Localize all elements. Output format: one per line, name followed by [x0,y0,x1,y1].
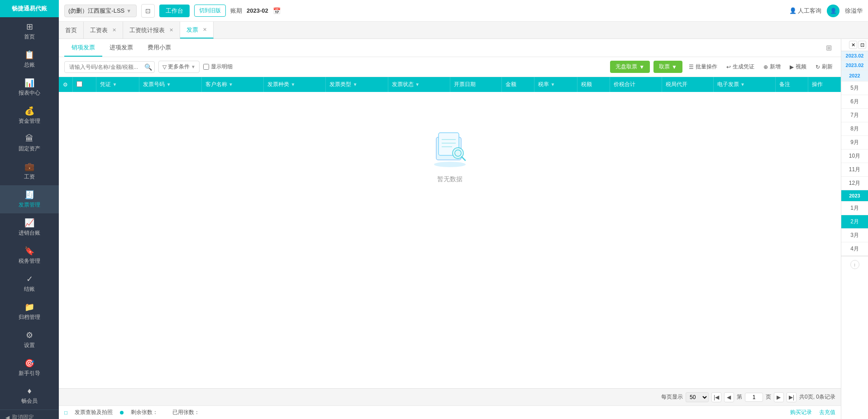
date-panel-period-2[interactable]: 2023.02 [841,61,868,70]
sidebar-item-reports[interactable]: 📊 报表中心 [0,73,59,101]
col-settings[interactable]: ⚙ [59,77,72,92]
prev-page-button[interactable]: ◀ [724,392,734,402]
copy-icon-button[interactable]: ⊡ [141,4,155,18]
sidebar-item-salary[interactable]: 💼 工资 [0,157,59,185]
customer-filter-icon[interactable]: ▼ [229,82,233,87]
empty-state-illustration [427,128,472,169]
invoice-no-filter-icon[interactable]: ▼ [167,82,171,87]
sidebar-item-guide[interactable]: 🎯 新手引导 [0,354,59,382]
show-detail-checkbox-wrap[interactable]: 显示明细 [203,63,233,71]
sidebar-item-guide-label: 新手引导 [19,370,40,377]
refresh-icon: ↻ [816,64,820,70]
sidebar-item-archive[interactable]: 📁 归档管理 [0,298,59,326]
sidebar-item-ledger[interactable]: 📋 总账 [0,45,59,73]
sidebar-item-fixed-assets[interactable]: 🏛 固定资产 [0,130,59,157]
grid-icon[interactable]: ⊞ [822,43,835,52]
next-page-button[interactable]: ▶ [774,392,784,402]
col-invoice-type: 发票种类 ▼ [264,77,326,92]
batch-ops-button[interactable]: ☰ 批量操作 [686,61,720,72]
sidebar-item-member-label: 畅会员 [21,397,38,405]
sub-tab-purchase[interactable]: 进项发票 [102,39,140,57]
date-panel-2022-11[interactable]: 11月 [841,163,868,177]
sidebar-item-salary-label: 工资 [24,173,35,181]
sidebar-item-settlement[interactable]: ✓ 结账 [0,270,59,298]
voucher-filter-icon[interactable]: ▼ [113,82,117,87]
page-size-select[interactable]: 50 20 100 [686,392,709,402]
sidebar-item-invoice-mgmt[interactable]: 🧾 发票管理 [0,185,59,213]
generate-voucher-button[interactable]: ↩ 生成凭证 [724,61,757,72]
tab-salary-stats-close[interactable]: ✕ [169,27,173,33]
upgrade-link[interactable]: 去充值 [819,409,835,416]
date-panel-expand-button[interactable]: ⊡ [858,41,866,49]
search-input[interactable] [64,61,155,73]
date-panel-2023-02[interactable]: 2月 [841,215,868,229]
more-filters-button[interactable]: ▽ 更多条件 ▼ [158,61,200,73]
col-customer-label: 客户名称 [205,81,227,87]
show-detail-checkbox[interactable] [203,64,209,70]
sub-tab-sales[interactable]: 销项发票 [64,39,102,57]
sidebar-item-sales-ledger[interactable]: 📈 进销台账 [0,213,59,241]
new-button[interactable]: ⊕ 新增 [761,61,783,72]
date-panel-2022-08[interactable]: 8月 [841,122,868,136]
e-invoice-filter-icon[interactable]: ▼ [740,82,745,87]
tab-invoice-close[interactable]: ✕ [203,27,207,33]
tab-salary-table[interactable]: 工资表 ✕ [84,22,123,39]
page-number-input[interactable] [745,393,763,402]
last-page-button[interactable]: ▶| [787,392,796,402]
date-panel-scroll-icon[interactable]: ↕ [850,260,859,269]
refresh-button[interactable]: ↻ 刷新 [813,61,835,72]
company-selector[interactable]: (勿删）江西服宝-LSS ▼ [64,5,137,17]
take-invoice-dropdown-arrow[interactable]: ▼ [672,64,677,70]
sidebar-item-funds[interactable]: 💰 资金管理 [0,101,59,130]
generate-voucher-label: 生成凭证 [733,63,754,71]
sidebar-item-settings-label: 设置 [24,342,35,349]
status-filter-icon[interactable]: ▼ [415,82,420,87]
calendar-icon[interactable]: 📅 [273,7,281,14]
date-panel-2022-10[interactable]: 10月 [841,149,868,163]
sidebar-item-member[interactable]: ♦ 畅会员 [0,382,59,409]
date-panel-close-button[interactable]: ✕ [849,41,857,49]
date-panel-2022-06[interactable]: 6月 [841,95,868,109]
purchase-record-link[interactable]: 购买记录 [790,409,812,416]
select-all-checkbox[interactable] [76,81,82,87]
no-invoice-button[interactable]: 无盘取票 ▼ [610,61,650,73]
search-button[interactable]: 🔍 [144,63,152,71]
tab-salary-stats[interactable]: 工资统计报表 ✕ [123,22,180,39]
sidebar-item-sales-ledger-label: 进销台账 [19,229,40,237]
batch-ops-icon: ☰ [689,64,694,70]
invoice-type-filter-icon[interactable]: ▼ [291,82,295,87]
invoice-category-filter-icon[interactable]: ▼ [353,82,358,87]
toolbar: 🔍 ▽ 更多条件 ▼ 显示明细 无盘取票 ▼ 取票 [59,57,841,77]
video-button[interactable]: ▶ 视频 [787,61,809,72]
tab-salary-table-close[interactable]: ✕ [112,27,116,33]
first-page-button[interactable]: |◀ [711,392,721,402]
service-link[interactable]: 👤 人工客询 [789,7,821,15]
empty-state: 暂无数据 [59,92,841,220]
sidebar: 畅捷通易代账 ⊞ 首页 📋 总账 📊 报表中心 💰 资金管理 🏛 固定资产 💼 … [0,0,59,419]
workspace-button[interactable]: 工作台 [159,5,190,17]
date-panel-2022-05[interactable]: 5月 [841,82,868,95]
copy-icon: ⊡ [145,7,151,14]
sub-tab-expense[interactable]: 费用小票 [140,39,178,57]
no-invoice-dropdown-arrow[interactable]: ▼ [639,64,644,70]
tab-home[interactable]: 首页 [59,22,84,39]
unpin-button[interactable]: ◀ 取消固定 [0,410,59,419]
date-panel-2023-04[interactable]: 4月 [841,242,868,256]
sidebar-item-tax[interactable]: 🔖 税务管理 [0,241,59,270]
date-panel-2023-03[interactable]: 3月 [841,229,868,242]
col-status: 发票状态 ▼ [388,77,450,92]
date-panel-2023-01[interactable]: 1月 [841,202,868,215]
old-version-button[interactable]: 切到旧版 [194,5,226,17]
settings-icon: ⚙ [26,330,33,340]
sidebar-item-home[interactable]: ⊞ 首页 [0,17,59,45]
tab-invoice[interactable]: 发票 ✕ [180,22,214,39]
take-invoice-button[interactable]: 取票 ▼ [653,61,682,73]
col-checkbox[interactable] [72,77,96,92]
sidebar-item-settings[interactable]: ⚙ 设置 [0,326,59,354]
sidebar-item-funds-label: 资金管理 [19,117,40,125]
date-panel-2022-07[interactable]: 7月 [841,109,868,122]
date-panel-2022-12[interactable]: 12月 [841,177,868,190]
tax-rate-filter-icon[interactable]: ▼ [551,82,555,87]
date-panel-2022-09[interactable]: 9月 [841,136,868,149]
date-panel-period-1[interactable]: 2023.02 [841,51,868,61]
